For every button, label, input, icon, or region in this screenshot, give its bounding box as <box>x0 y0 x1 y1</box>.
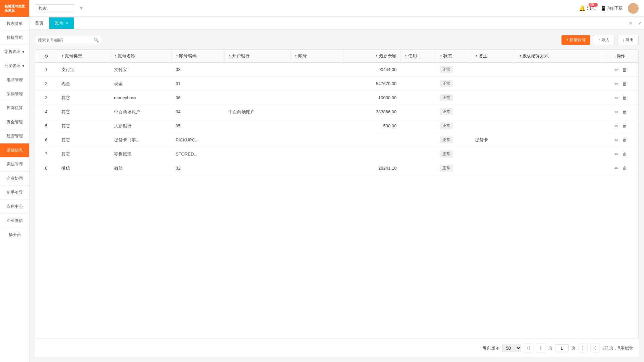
delete-button[interactable]: 🗑 <box>621 137 628 143</box>
search-box: 🔍 <box>35 36 102 44</box>
edit-button[interactable]: ✏ <box>613 80 620 87</box>
content-toolbar: 🔍 + 新增账号 ↑ 导入 ↓ 导出 <box>35 35 639 45</box>
col-open-bank[interactable]: ↕ 开户银行 <box>224 50 290 63</box>
row-bank <box>224 77 290 91</box>
delete-button[interactable]: 🗑 <box>621 109 628 115</box>
window-expand-button[interactable]: ⤢ <box>636 19 644 27</box>
sidebar-item-system-mgmt[interactable]: 系统管理 <box>0 158 29 172</box>
row-name: 零售抵现 <box>110 147 172 161</box>
col-account-num[interactable]: ↕ 账号 <box>290 50 343 63</box>
page-size-select[interactable]: 50 100 <box>502 344 521 352</box>
row-balance <box>343 147 401 161</box>
topbar-search-input[interactable] <box>35 4 75 12</box>
row-balance: -90444.00 <box>343 63 401 77</box>
delete-button[interactable]: 🗑 <box>621 151 628 158</box>
tab-accounts-close[interactable]: ✕ <box>65 21 68 25</box>
col-settings[interactable]: ⚙ <box>35 50 57 63</box>
row-index: 3 <box>35 91 57 105</box>
app-download-button[interactable]: 📱 App下载 <box>600 5 623 11</box>
sidebar-item-wholesale-mgmt[interactable]: 批发管理 ▼ <box>0 59 29 73</box>
add-account-button[interactable]: + 新增账号 <box>561 35 590 45</box>
col-remark[interactable]: ↕ 备注 <box>471 50 515 63</box>
page-suffix: 页 <box>571 345 576 351</box>
tabbar: 首页 账号 ✕ ✕ ⤢ <box>30 17 644 29</box>
delete-button[interactable]: 🗑 <box>621 66 628 73</box>
table-row: 5 其它 大新银行 05 500.00 正常 ✏ 🗑 <box>35 119 638 133</box>
bell-icon: 🔔 <box>579 5 586 11</box>
sidebar-item-quick-nav[interactable]: 快捷导航 <box>0 31 29 45</box>
page-input[interactable] <box>555 344 569 352</box>
col-settle[interactable]: ↕ 默认结算方式 <box>515 50 603 63</box>
edit-button[interactable]: ✏ <box>613 109 620 115</box>
window-close-button[interactable]: ✕ <box>627 19 635 27</box>
topbar-right: 🔔 消息 99+ 📱 App下载 <box>579 3 639 14</box>
topbar-dropdown-icon[interactable]: ▼ <box>79 6 84 11</box>
phone-icon: 📱 <box>600 6 606 11</box>
sidebar-item-search-menu[interactable]: 搜索菜单 <box>0 17 29 31</box>
delete-button[interactable]: 🗑 <box>621 80 628 87</box>
user-avatar[interactable] <box>628 3 639 14</box>
tab-accounts[interactable]: 账号 ✕ <box>49 17 74 29</box>
row-account <box>290 133 343 147</box>
sidebar-item-purchase-mgmt[interactable]: 采购管理 <box>0 87 29 101</box>
row-code: 04 <box>172 105 224 119</box>
sidebar-item-inventory[interactable]: 库存核算 <box>0 101 29 115</box>
sidebar-item-app-center[interactable]: 应用中心 <box>0 200 29 214</box>
account-search-input[interactable] <box>38 38 92 43</box>
pagination-last-button[interactable]: ⟩⟩ <box>590 343 600 353</box>
import-button[interactable]: ↑ 导入 <box>593 35 614 45</box>
sidebar-item-corp-agreement[interactable]: 企业协同 <box>0 172 29 186</box>
row-remark <box>471 105 515 119</box>
col-use[interactable]: ↕ 使用... <box>400 50 436 63</box>
pagination-prev-button[interactable]: ⟨ <box>536 343 545 353</box>
edit-button[interactable]: ✏ <box>613 165 620 172</box>
delete-button[interactable]: 🗑 <box>621 123 628 129</box>
tab-home-label: 首页 <box>35 20 44 26</box>
delete-button[interactable]: 🗑 <box>621 165 628 172</box>
sidebar-item-ecommerce-mgmt[interactable]: 电商管理 <box>0 73 29 87</box>
tab-home[interactable]: 首页 <box>30 17 49 29</box>
row-name: moneybosx <box>110 91 172 105</box>
table-row: 2 现金 现金 01 547670.00 正常 ✏ 🗑 <box>35 77 638 91</box>
toolbar-buttons: + 新增账号 ↑ 导入 ↓ 导出 <box>561 35 639 45</box>
row-bank: 中百商场账户 <box>224 105 290 119</box>
row-actions: ✏ 🗑 <box>603 77 638 91</box>
export-button[interactable]: ↓ 导出 <box>617 35 639 45</box>
row-name: 中百商场账户 <box>110 105 172 119</box>
topbar-left: ▼ <box>35 4 84 12</box>
edit-button[interactable]: ✏ <box>613 151 620 158</box>
app-logo: 畅捷通时生意 乐惠版 <box>0 0 29 17</box>
edit-button[interactable]: ✏ <box>613 137 620 143</box>
delete-button[interactable]: 🗑 <box>621 95 628 101</box>
row-actions: ✏ 🗑 <box>603 133 638 147</box>
col-account-code[interactable]: ↕ 账号编码 <box>172 50 224 63</box>
sidebar-item-vip[interactable]: 畅会员 <box>0 228 29 242</box>
col-status[interactable]: ↕ 状态 <box>436 50 471 63</box>
sidebar-item-basic-info[interactable]: 基础信息 <box>0 143 29 158</box>
col-balance[interactable]: ↕ 最新余额 <box>343 50 401 63</box>
sidebar-item-retail-mgmt[interactable]: 零售管理 ▼ <box>0 45 29 59</box>
edit-button[interactable]: ✏ <box>613 66 620 73</box>
sidebar-item-finance-mgmt[interactable]: 资金管理 <box>0 115 29 129</box>
col-account-type[interactable]: ↕ 账号类型 <box>57 50 110 63</box>
pagination-next-button[interactable]: ⟩ <box>578 343 588 353</box>
pagination-first-button[interactable]: ⟨⟨ <box>524 343 533 353</box>
notification-button[interactable]: 🔔 消息 99+ <box>579 5 595 11</box>
row-use <box>400 119 436 133</box>
notification-badge: 99+ <box>589 3 598 7</box>
sidebar-item-corp-wechat[interactable]: 企业微信 <box>0 214 29 228</box>
search-icon[interactable]: 🔍 <box>94 38 99 43</box>
logo-line1: 畅捷通时生意 <box>5 4 25 8</box>
edit-button[interactable]: ✏ <box>613 123 620 129</box>
row-account <box>290 63 343 77</box>
sidebar-item-beginner-guide[interactable]: 新手引导 <box>0 186 29 200</box>
col-account-name[interactable]: ↕ 账号名称 <box>110 50 172 63</box>
row-bank <box>224 161 290 175</box>
edit-button[interactable]: ✏ <box>613 95 620 101</box>
sidebar-item-ops-mgmt[interactable]: 经营管理 <box>0 129 29 143</box>
row-bank <box>224 119 290 133</box>
row-balance <box>343 133 401 147</box>
add-account-label: + 新增账号 <box>566 37 586 43</box>
row-code: PICKUPC... <box>172 133 224 147</box>
page-size-label: 每页显示 <box>482 345 500 351</box>
